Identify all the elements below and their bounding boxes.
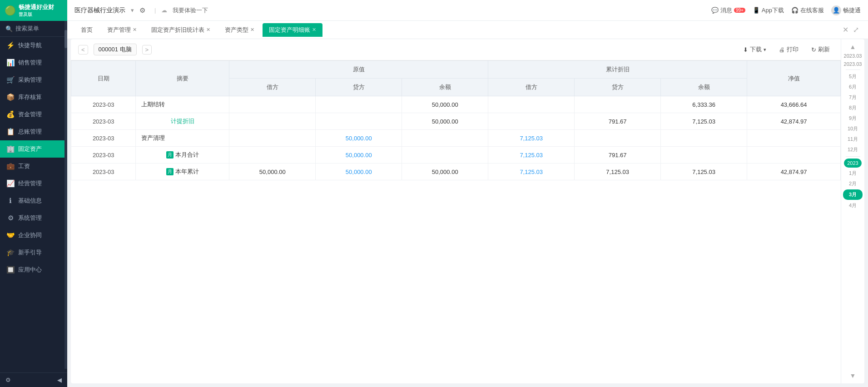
print-label: 打印 [787, 45, 799, 54]
download-btn[interactable]: ⬇ 下载 ▾ [739, 44, 770, 55]
timeline-2023-month-4[interactable]: 4月 [841, 200, 864, 211]
sidebar-item-finance[interactable]: 💰 资金管理 [0, 106, 67, 123]
tab-asset-mgmt[interactable]: 资产管理 ✕ [101, 23, 143, 37]
asset-tag: 000001 电脑 [94, 44, 137, 55]
sidebar-scrollbar[interactable] [64, 21, 67, 369]
topbar-customer-service[interactable]: 🎧 在线客服 [791, 6, 824, 15]
cell-accum-credit: 7,125.03 [575, 164, 661, 180]
cell-accum-balance [661, 130, 747, 147]
sidebar-item-app-center[interactable]: 🔲 应用中心 [0, 261, 67, 278]
table-row: 2023-03计提折旧50,000.00791.677,125.0342,874… [71, 113, 841, 130]
timeline-month-7[interactable]: 7月 [841, 92, 864, 103]
cell-net: 43,666.64 [747, 96, 841, 113]
summary-link[interactable]: 计提折旧 [171, 118, 194, 124]
timeline-month-10[interactable]: 10月 [841, 124, 864, 134]
timeline-divider-year [846, 156, 860, 157]
sidebar-item-label: 库存核算 [18, 93, 42, 101]
user-icon: 👤 [831, 5, 841, 15]
app-center-icon: 🔲 [6, 266, 15, 274]
tab-asset-detail-close[interactable]: ✕ [312, 27, 316, 33]
topbar-app-download[interactable]: 📱 App下载 [753, 6, 784, 15]
topbar-message[interactable]: 💬 消息 99+ [711, 6, 745, 15]
timeline-month-9[interactable]: 9月 [841, 113, 864, 124]
sidebar-item-payroll[interactable]: 💼 工资 [0, 158, 67, 175]
sidebar-item-inventory[interactable]: 📦 库存核算 [0, 89, 67, 106]
cell-orig-balance: 50,000.00 [402, 113, 488, 130]
timeline-month-12[interactable]: 12月 [841, 144, 864, 155]
sidebar-item-guide[interactable]: 🎓 新手引导 [0, 244, 67, 261]
settings-bottom-icon[interactable]: ⚙ [5, 377, 11, 383]
content-panel: < 000001 电脑 > ⬇ 下载 ▾ 🖨 打印 ↻ 刷新 [71, 39, 841, 383]
headset-icon: 🎧 [791, 7, 799, 14]
tab-asset-mgmt-close[interactable]: ✕ [133, 27, 137, 33]
cell-summary: 月本月合计 [136, 147, 229, 164]
inventory-icon: 📦 [6, 93, 15, 101]
next-asset-btn[interactable]: > [142, 45, 152, 55]
tab-depreciation-stat[interactable]: 固定资产折旧统计表 ✕ [145, 23, 217, 37]
message-icon: 💬 [711, 7, 719, 14]
sales-icon: 📊 [6, 59, 15, 67]
asset-detail-table: 日期 摘要 原值 累计折旧 净值 借方 贷方 余额 借方 贷方 余额 [71, 60, 841, 180]
timeline-month-8[interactable]: 8月 [841, 103, 864, 113]
window-close-btn[interactable]: ✕ [843, 25, 848, 34]
tab-asset-detail[interactable]: 固定资产明细账 ✕ [263, 23, 322, 37]
cloud-icon: ☁ [161, 7, 167, 14]
prev-asset-btn[interactable]: < [78, 45, 88, 55]
sidebar-item-quick-nav[interactable]: ⚡ 快捷导航 [0, 37, 67, 54]
cell-accum-credit: 791.67 [575, 113, 661, 130]
refresh-btn[interactable]: ↻ 刷新 [808, 44, 833, 55]
table-row: 2023-03月本年累计50,000.0050,000.0050,000.007… [71, 164, 841, 180]
main-row: < 000001 电脑 > ⬇ 下载 ▾ 🖨 打印 ↻ 刷新 [71, 39, 864, 383]
cell-orig-credit [316, 113, 402, 130]
tab-home[interactable]: 首页 [74, 23, 99, 37]
th-summary: 摘要 [136, 61, 229, 96]
print-btn[interactable]: 🖨 打印 [775, 44, 802, 55]
topbar: 医疗器械行业演示 ▾ ⚙ | ☁ 我要体验一下 💬 消息 99+ 📱 App下载… [67, 0, 868, 21]
sidebar-item-ledger[interactable]: 📋 总账管理 [0, 123, 67, 140]
logo-icon: 🟢 [5, 5, 16, 16]
sidebar-item-basic-info[interactable]: ℹ 基础信息 [0, 192, 67, 209]
timeline-year-2023[interactable]: 2023 [844, 159, 862, 168]
sidebar-item-sys-mgmt[interactable]: ⚙ 系统管理 [0, 209, 67, 227]
sidebar-item-sales[interactable]: 📊 销售管理 [0, 54, 67, 71]
timeline-up-arrow[interactable]: ▲ [850, 42, 856, 52]
table-row: 2023-03上期结转50,000.006,333.3643,666.64 [71, 96, 841, 113]
topbar-settings-icon[interactable]: ⚙ [139, 6, 145, 15]
user-name: 畅捷通 [843, 6, 861, 15]
timeline-2023-month-3[interactable]: 3月 [843, 189, 863, 200]
badge-icon: 月 [166, 168, 174, 175]
sidebar-item-fixed-assets[interactable]: 🏢 固定资产 [0, 140, 67, 158]
cell-date: 2023-03 [71, 164, 136, 180]
dropdown-arrow[interactable]: ▾ [131, 7, 134, 14]
cell-accum-debit: 7,125.03 [488, 147, 575, 164]
timeline-2023-month-1[interactable]: 1月 [841, 168, 864, 179]
sidebar-item-operations[interactable]: 📈 经营管理 [0, 175, 67, 192]
cell-orig-credit [316, 96, 402, 113]
tab-asset-type-label: 资产类型 [225, 26, 248, 34]
tab-asset-type-close[interactable]: ✕ [250, 27, 254, 33]
timeline-month-6[interactable]: 6月 [841, 82, 864, 92]
tab-home-label: 首页 [81, 26, 93, 34]
cell-net: 42,874.97 [747, 113, 841, 130]
tab-depreciation-stat-close[interactable]: ✕ [206, 27, 210, 33]
sidebar-item-label: 基础信息 [18, 197, 42, 205]
timeline-month-11[interactable]: 11月 [841, 134, 864, 144]
collapse-icon[interactable]: ◀ [57, 377, 62, 383]
cell-accum-debit: 7,125.03 [488, 130, 575, 147]
sidebar-item-collab[interactable]: 🤝 企业协同 [0, 227, 67, 244]
timeline-month-5[interactable]: 5月 [841, 71, 864, 82]
timeline-2023-month-2[interactable]: 2月 [841, 179, 864, 189]
timeline-down-arrow[interactable]: ▼ [850, 371, 856, 381]
cell-summary[interactable]: 计提折旧 [136, 113, 229, 130]
tab-asset-type[interactable]: 资产类型 ✕ [218, 23, 261, 37]
window-expand-btn[interactable]: ⤢ [853, 25, 859, 34]
quick-nav-icon: ⚡ [6, 41, 15, 50]
payroll-icon: 💼 [6, 162, 15, 170]
th-orig-balance: 余额 [402, 79, 488, 96]
cell-net [747, 147, 841, 164]
sidebar-item-purchase[interactable]: 🛒 采购管理 [0, 71, 67, 89]
cell-orig-balance [402, 130, 488, 147]
experience-text[interactable]: 我要体验一下 [173, 6, 208, 15]
topbar-user[interactable]: 👤 畅捷通 [831, 5, 861, 15]
sidebar-search-menu[interactable]: 🔍 搜索菜单 [0, 21, 67, 37]
